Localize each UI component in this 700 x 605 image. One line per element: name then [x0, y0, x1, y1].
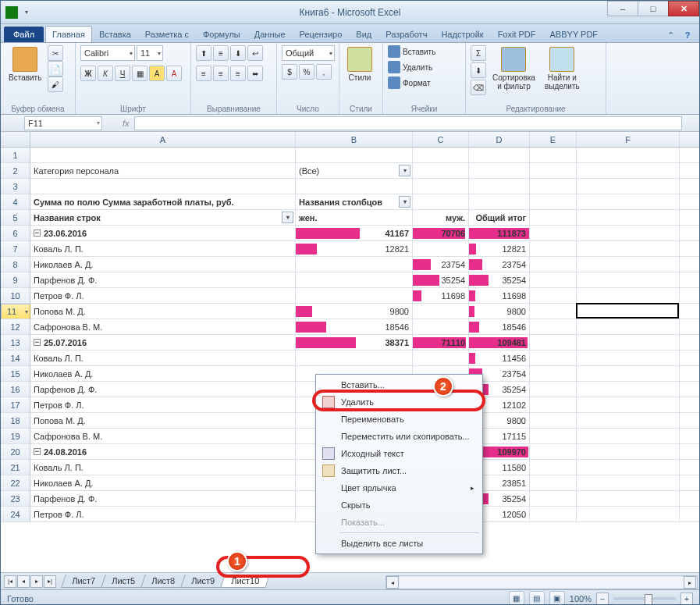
cell[interactable]	[577, 460, 680, 475]
cell[interactable]	[296, 272, 413, 287]
bold-button[interactable]: Ж	[80, 66, 96, 81]
paste-button[interactable]: Вставить	[5, 45, 44, 84]
cell[interactable]	[469, 194, 530, 209]
cell[interactable]	[577, 319, 680, 334]
filter-dropdown-icon[interactable]: ▾	[399, 196, 410, 208]
row-header[interactable]: 8	[1, 257, 30, 272]
cell[interactable]: Сумма по полю Сумма заработной платы, ру…	[30, 194, 296, 209]
cell[interactable]: муж.	[413, 210, 469, 225]
cell[interactable]: 12821	[296, 241, 413, 256]
context-menu-item[interactable]: Переместить или скопировать...	[318, 428, 481, 445]
row-header[interactable]: 22	[1, 475, 30, 491]
autosum-button[interactable]: Σ	[471, 45, 486, 61]
cell[interactable]: ▾Названия столбцов	[296, 194, 413, 209]
comma-button[interactable]: ,	[316, 64, 332, 80]
cell[interactable]	[577, 397, 680, 412]
cell[interactable]: Парфенов Д. Ф.	[30, 272, 296, 287]
cell[interactable]	[577, 475, 680, 490]
row-header[interactable]: 15	[1, 366, 30, 382]
cell[interactable]: 71110	[413, 335, 469, 350]
underline-button[interactable]: Ч	[115, 66, 130, 81]
close-button[interactable]: ✕	[668, 1, 699, 16]
cell[interactable]	[530, 507, 577, 521]
cell[interactable]	[413, 351, 469, 365]
cell[interactable]: Категория персонала	[30, 163, 296, 178]
cell[interactable]	[296, 351, 413, 365]
cell[interactable]	[296, 257, 413, 272]
align-top-button[interactable]: ⬆	[196, 45, 211, 61]
cell[interactable]: 11456	[469, 351, 530, 365]
cut-button[interactable]: ✂	[48, 45, 63, 61]
cell[interactable]: Петров Ф. Л.	[30, 507, 296, 521]
sheet-tab[interactable]: Лист9	[180, 575, 226, 588]
row-header[interactable]: 4	[1, 194, 30, 210]
cell[interactable]	[413, 194, 469, 209]
cell[interactable]	[530, 272, 577, 287]
cell[interactable]: −24.08.2016	[30, 444, 296, 459]
cell[interactable]	[30, 179, 296, 194]
merge-button[interactable]: ⬌	[247, 66, 263, 81]
row-header[interactable]: 16	[1, 382, 30, 397]
cell[interactable]	[296, 288, 413, 303]
cell[interactable]: Петров Ф. Л.	[30, 288, 296, 303]
cell[interactable]: 23754	[469, 257, 530, 272]
context-menu-item[interactable]: Выделить все листы	[318, 535, 481, 552]
cell[interactable]	[530, 241, 577, 256]
cell[interactable]: 11698	[413, 288, 469, 303]
context-menu-item[interactable]: Скрыть	[318, 496, 481, 514]
cell[interactable]	[577, 304, 680, 319]
row-header[interactable]: 10	[1, 288, 30, 304]
cell[interactable]	[530, 257, 577, 272]
cell[interactable]: Общий итог	[469, 210, 530, 225]
cell[interactable]: 41167	[296, 226, 413, 240]
cell[interactable]	[577, 491, 680, 506]
cell[interactable]: 9800	[296, 304, 413, 319]
cell[interactable]: 18546	[296, 319, 413, 334]
cell[interactable]	[530, 319, 577, 334]
cell[interactable]	[530, 351, 577, 365]
cell[interactable]: 18546	[469, 319, 530, 334]
border-button[interactable]: ▦	[132, 66, 147, 81]
zoom-out-button[interactable]: −	[596, 593, 609, 605]
scroll-left-button[interactable]: ◂	[386, 576, 399, 589]
cell[interactable]	[577, 335, 680, 350]
cell[interactable]: 35254	[413, 272, 469, 287]
cell[interactable]	[530, 148, 577, 162]
cell[interactable]	[413, 179, 469, 194]
select-all-corner[interactable]	[1, 132, 30, 147]
cell[interactable]: 109481	[469, 335, 530, 350]
view-normal-button[interactable]: ▦	[509, 591, 524, 606]
cell[interactable]: 9800	[469, 304, 530, 319]
ribbon-tab[interactable]: Рецензиро	[293, 26, 350, 42]
row-header[interactable]: 6	[1, 226, 30, 241]
cell[interactable]	[577, 148, 680, 162]
context-menu-item[interactable]: Вставить...	[318, 376, 481, 393]
context-menu-item[interactable]: Переименовать	[318, 411, 481, 428]
cell[interactable]	[530, 288, 577, 303]
sheet-tab[interactable]: Лист10	[220, 575, 270, 588]
percent-button[interactable]: %	[299, 64, 314, 80]
ribbon-tab[interactable]: ABBYY PDF	[543, 26, 606, 42]
font-name-select[interactable]: Calibri	[80, 45, 135, 61]
row-header[interactable]: 13	[1, 335, 30, 351]
filter-dropdown-icon[interactable]: ▾	[282, 212, 293, 223]
sheet-nav-last[interactable]: ▸|	[44, 575, 56, 588]
cell[interactable]	[296, 179, 413, 194]
filter-dropdown-icon[interactable]: ▾	[399, 165, 410, 176]
view-layout-button[interactable]: ▤	[529, 591, 545, 606]
cell[interactable]	[530, 382, 577, 397]
ribbon-tab[interactable]: Надстройк	[434, 26, 490, 42]
wrap-button[interactable]: ↩	[247, 45, 263, 61]
cell[interactable]: 12821	[469, 241, 530, 256]
cell[interactable]	[530, 335, 577, 350]
cell[interactable]: жен.	[296, 210, 413, 225]
cell[interactable]: Петров Ф. Л.	[30, 397, 296, 412]
cell[interactable]: ▾(Все)	[296, 163, 413, 178]
fill-color-button[interactable]: A	[149, 66, 165, 81]
row-header[interactable]: 2	[1, 163, 30, 179]
cell[interactable]	[577, 444, 680, 459]
sheet-tab[interactable]: Лист8	[140, 575, 186, 588]
minimize-button[interactable]: –	[607, 1, 638, 16]
minimize-ribbon-icon[interactable]: ⌃	[663, 28, 677, 42]
ribbon-tab[interactable]: Формулы	[196, 26, 247, 42]
